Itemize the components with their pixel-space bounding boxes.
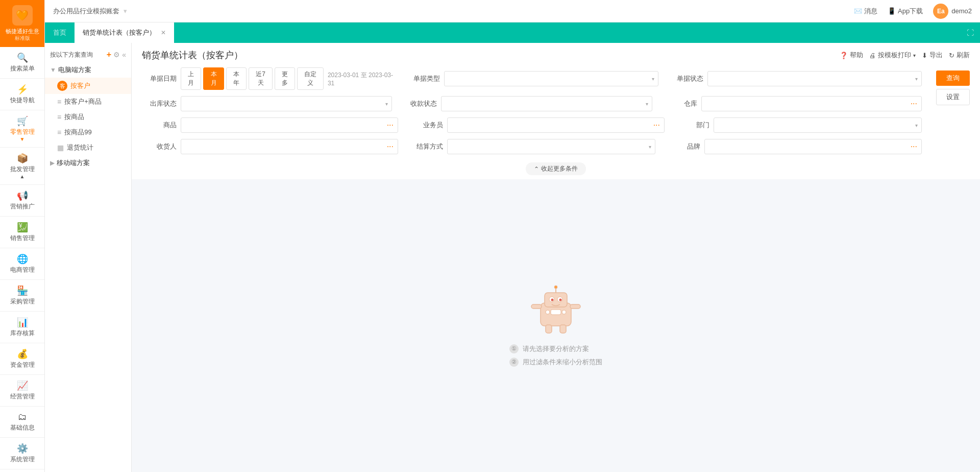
date-group: 上月 本月 本年 近7天 更多 自定义 2023-03-01 至 2023-03…: [181, 67, 395, 90]
system-icon: ⚙️: [17, 443, 28, 454]
svg-rect-10: [551, 310, 561, 315]
marketing-icon: 📢: [17, 190, 28, 201]
tree-child-product-99[interactable]: ≡ 按商品99: [45, 125, 131, 140]
sidebar-item-search[interactable]: 🔍 搜索菜单: [0, 47, 44, 79]
this-month-btn[interactable]: 本月: [203, 67, 224, 90]
product-input[interactable]: ···: [181, 117, 398, 133]
tree-mobile-parent[interactable]: ▶ 移动端方案: [45, 155, 131, 171]
help-btn[interactable]: ❓ 帮助: [840, 51, 863, 60]
doc-type-select[interactable]: [444, 71, 658, 86]
svg-point-12: [562, 310, 566, 314]
more-btn[interactable]: 更多: [275, 67, 295, 90]
brand-input[interactable]: ···: [704, 139, 922, 154]
tab-close-icon[interactable]: ✕: [161, 29, 166, 36]
consignee-label: 收货人: [142, 142, 177, 151]
tree-child-label: 按商品: [64, 112, 84, 122]
tree-child-label: 按客户+商品: [64, 97, 102, 106]
brand-label: 品牌: [670, 142, 700, 151]
doc-status-select[interactable]: [707, 71, 922, 86]
sidebar-item-quicknav[interactable]: ⚡ 快捷导航: [0, 79, 44, 110]
custom-btn[interactable]: 自定义: [297, 67, 324, 90]
sidebar-item-system[interactable]: ⚙️ 系统管理: [0, 438, 44, 469]
last-7days-btn[interactable]: 近7天: [249, 67, 273, 90]
sidebar-item-wholesale[interactable]: 📦 批发管理 ▲: [0, 148, 44, 185]
add-scheme-btn[interactable]: +: [107, 50, 111, 59]
query-btn[interactable]: 查询: [936, 70, 970, 86]
sidebar-item-inventory[interactable]: 📊 库存核算: [0, 312, 44, 343]
sidebar-item-operations[interactable]: 📈 经营管理: [0, 375, 44, 407]
collapse-btn[interactable]: ⌃ 收起更多条件: [526, 162, 586, 175]
empty-svg-icon: [525, 285, 586, 336]
out-status-select[interactable]: [181, 96, 392, 111]
sidebar-item-purchase[interactable]: 🏪 采购管理: [0, 280, 44, 312]
app-download-btn[interactable]: 📱 App下载: [888, 7, 923, 16]
tree-child-by-customer[interactable]: 客 按客户: [45, 78, 131, 94]
finance-icon: 💰: [17, 348, 28, 360]
tree-child-label: 退货统计: [67, 143, 93, 152]
collapse-panel-icon[interactable]: «: [122, 51, 126, 59]
sidebar-item-retail[interactable]: 🛒 零售管理 ▼: [0, 110, 44, 148]
svg-rect-6: [531, 304, 542, 309]
sidebar-item-sales[interactable]: 💹 销售管理: [0, 217, 44, 248]
settlement-label: 结算方式: [412, 142, 443, 151]
sidebar-item-label: 基础信息: [10, 423, 35, 432]
app-name: 畅捷通好生意: [6, 28, 39, 35]
desktop-section: ▼ 电脑端方案 客 按客户 ≡ 按客户+商品 ≡ 按商品: [45, 62, 131, 155]
tree-desktop-parent[interactable]: ▼ 电脑端方案: [45, 62, 131, 78]
collapse-up-icon: ⌃: [534, 166, 539, 173]
date-range: 2023-03-01 至 2023-03-31: [328, 71, 395, 87]
collapse-label: 收起更多条件: [541, 164, 578, 173]
maximize-icon: ⛶: [967, 29, 974, 37]
user-profile-btn[interactable]: Ea demo2: [933, 4, 972, 19]
last-month-btn[interactable]: 上月: [181, 67, 201, 90]
print-label: 按模板打印: [878, 51, 911, 60]
sidebar-item-label: 搜索菜单: [10, 64, 35, 73]
sidebar-item-label: 销售管理: [10, 234, 35, 243]
left-panel-header: 按以下方案查询 + ⚙ «: [45, 47, 131, 62]
filter-row-3: 商品 ··· 业务员 ··· 部门: [142, 117, 922, 133]
sidebar-item-basic[interactable]: 🗂 基础信息: [0, 407, 44, 438]
basic-icon: 🗂: [18, 412, 27, 422]
purchase-icon: 🏪: [17, 285, 28, 296]
sales-icon: 💹: [17, 222, 28, 233]
empty-state: ① 请先选择要分析的方案 ② 用过滤条件来缩小分析范围: [509, 285, 602, 367]
sidebar: 🧡 畅捷通好生意 标准版 🔍 搜索菜单 ⚡ 快捷导航 🛒 零售管理 ▼ 📦 批发…: [0, 0, 45, 472]
receipt-status-select[interactable]: [441, 96, 652, 111]
tree-child-customer-product[interactable]: ≡ 按客户+商品: [45, 94, 131, 109]
tree-child-return-stats[interactable]: ▦ 退货统计: [45, 140, 131, 155]
svg-rect-9: [560, 325, 566, 333]
salesperson-input[interactable]: ···: [447, 117, 665, 133]
tab-home[interactable]: 首页: [45, 22, 75, 43]
sidebar-item-label: 采购管理: [10, 297, 35, 306]
message-label: 消息: [864, 7, 877, 16]
date-label: 单据日期: [142, 74, 177, 83]
this-year-btn[interactable]: 本年: [226, 67, 247, 90]
action-buttons-column: 查询 设置: [928, 70, 970, 105]
sidebar-item-label: 电商管理: [10, 266, 35, 274]
tab-maximize-btn[interactable]: ⛶: [961, 28, 980, 37]
settings-btn[interactable]: 设置: [936, 89, 970, 105]
warehouse-input[interactable]: ···: [701, 96, 922, 111]
settlement-select[interactable]: [447, 139, 655, 154]
tree-expand-icon: ▼: [50, 66, 56, 74]
tab-sales-stat[interactable]: 销货单统计表（按客户） ✕: [75, 22, 174, 43]
message-btn[interactable]: ✉️ 消息: [854, 7, 877, 16]
download-icon: 📱: [888, 7, 896, 15]
consignee-input[interactable]: ···: [181, 139, 398, 154]
sidebar-item-enterprise[interactable]: 🤝 企业协同: [0, 469, 44, 472]
sidebar-item-ecommerce[interactable]: 🌐 电商管理: [0, 248, 44, 280]
sidebar-item-marketing[interactable]: 📢 营销推广: [0, 185, 44, 217]
tree-child-by-product[interactable]: ≡ 按商品: [45, 109, 131, 125]
receipt-status-select-wrapper: ▾: [441, 96, 652, 111]
svg-point-4: [551, 298, 554, 301]
sidebar-item-finance[interactable]: 💰 资金管理: [0, 343, 44, 375]
export-btn[interactable]: ⬇ 导出: [922, 51, 943, 60]
refresh-label: 刷新: [957, 51, 970, 60]
refresh-btn[interactable]: ↻ 刷新: [949, 51, 970, 60]
settings-scheme-icon[interactable]: ⚙: [113, 51, 120, 59]
department-select[interactable]: [714, 117, 922, 133]
customer-product-icon: ≡: [57, 98, 61, 106]
quicknav-icon: ⚡: [17, 84, 28, 95]
panel-actions: + ⚙ «: [107, 50, 126, 59]
print-btn[interactable]: 🖨 按模板打印 ▾: [869, 51, 916, 60]
